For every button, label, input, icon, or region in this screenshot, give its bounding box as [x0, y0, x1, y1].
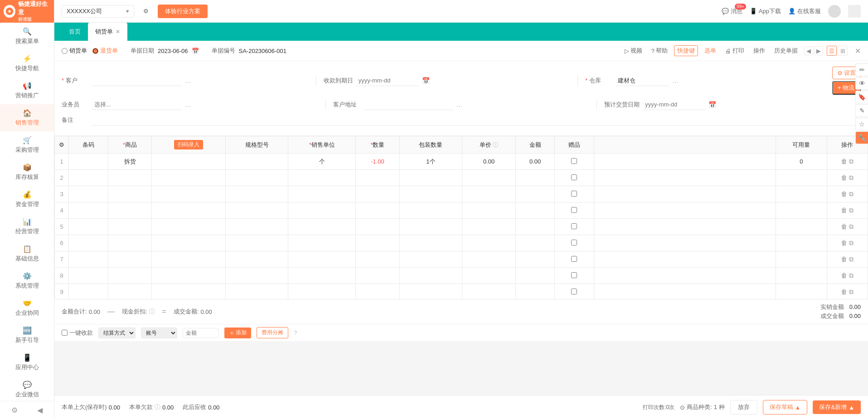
customer-dots-icon[interactable]: ...: [185, 77, 191, 85]
due-date-input[interactable]: [356, 75, 419, 86]
row-3-copy-icon[interactable]: ⧉: [849, 190, 853, 198]
sidebar-item-system[interactable]: ⚙️ 系统管理: [0, 267, 54, 294]
payment-method-select[interactable]: 结算方式: [98, 327, 136, 338]
sidebar-item-purchase[interactable]: 🛒 采购管理: [0, 131, 54, 159]
row-1-unit-price[interactable]: 0.00: [462, 154, 516, 170]
due-date-calendar-icon[interactable]: 📅: [422, 77, 430, 84]
print-btn[interactable]: 🖨 打印: [723, 46, 747, 56]
amount-input[interactable]: [183, 328, 219, 338]
row-1-gift-checkbox[interactable]: [571, 158, 577, 164]
form-close-btn[interactable]: ✕: [855, 47, 861, 55]
history-btn[interactable]: 历史单据: [771, 46, 800, 56]
row-5-delete-icon[interactable]: 🗑: [841, 223, 847, 231]
row-1-product[interactable]: 拆货: [108, 154, 152, 170]
expected-delivery-calendar-icon[interactable]: 📅: [708, 101, 716, 108]
salesperson-input[interactable]: [92, 99, 182, 110]
row-1-pack-qty[interactable]: 1个: [399, 154, 462, 170]
row-1-spec[interactable]: [225, 154, 288, 170]
row-9-delete-icon[interactable]: 🗑: [841, 288, 847, 296]
sidebar-item-basic-info[interactable]: 📋 基础信息: [0, 240, 54, 267]
radio-return-order[interactable]: 退货单: [92, 47, 118, 55]
nav-prev-btn[interactable]: ◀: [804, 46, 813, 55]
tab-home[interactable]: 首页: [62, 23, 88, 41]
row-1-copy-icon[interactable]: ⧉: [849, 158, 853, 165]
help-btn[interactable]: ? 帮助: [649, 46, 670, 56]
row-1-delete-icon[interactable]: 🗑: [841, 158, 847, 165]
radio-sales-order[interactable]: 销货单: [62, 47, 87, 55]
nav-next-btn[interactable]: ▶: [814, 46, 823, 55]
remark-input[interactable]: [92, 115, 861, 125]
row-5-gift-checkbox[interactable]: [571, 223, 577, 229]
sidebar-item-inventory[interactable]: 📦 库存核算: [0, 159, 54, 186]
radio-sales-order-input[interactable]: [62, 48, 68, 54]
online-service-button[interactable]: 👤 在线客服: [788, 7, 821, 15]
save-new-button[interactable]: 保存&新增 ▲: [813, 400, 861, 414]
row-6-gift-checkbox[interactable]: [571, 240, 577, 246]
row-9-copy-icon[interactable]: ⧉: [849, 288, 853, 296]
total-owed-info-icon[interactable]: ⓘ: [155, 403, 160, 411]
sidebar-item-search[interactable]: 🔍 搜索菜单: [0, 23, 54, 50]
expense-split-btn[interactable]: 费用分摊: [257, 327, 288, 338]
abandon-button[interactable]: 放弃: [730, 400, 757, 414]
side-action-orange[interactable]: 🔧: [855, 131, 868, 144]
sidebar-item-finance[interactable]: 💰 资金管理: [0, 186, 54, 213]
row-1-barcode[interactable]: [69, 154, 108, 170]
row-8-copy-icon[interactable]: ⧉: [849, 272, 853, 279]
row-4-copy-icon[interactable]: ⧉: [849, 207, 853, 214]
side-action-pencil2[interactable]: ✎: [855, 104, 868, 117]
sidebar-settings-btn[interactable]: ⚙: [11, 406, 18, 414]
row-1-quantity[interactable]: -1.00: [356, 154, 400, 170]
row-6-copy-icon[interactable]: ⧉: [849, 239, 853, 247]
row-4-delete-icon[interactable]: 🗑: [841, 207, 847, 214]
sidebar-item-guide[interactable]: 🆕 新手引导: [0, 322, 54, 349]
row-3-gift-checkbox[interactable]: [571, 191, 577, 197]
sidebar-item-operations[interactable]: 📊 经营管理: [0, 213, 54, 240]
expected-delivery-input[interactable]: [642, 99, 706, 110]
sidebar-item-marketing[interactable]: 📢 营销推广: [0, 77, 54, 104]
discount-info-icon[interactable]: ⓘ: [149, 308, 155, 316]
message-button[interactable]: 💬 消息 99+: [722, 7, 742, 15]
row-7-gift-checkbox[interactable]: [571, 256, 577, 262]
side-action-eye[interactable]: 👁: [855, 77, 868, 90]
user-menu-icon[interactable]: [848, 5, 861, 18]
salesperson-dots-icon[interactable]: ...: [185, 101, 191, 109]
experience-button[interactable]: 体验行业方案: [158, 5, 208, 18]
side-action-bookmark[interactable]: 🔖: [855, 91, 868, 103]
video-btn[interactable]: ▷ 视频: [622, 46, 645, 56]
warehouse-input[interactable]: [615, 75, 669, 86]
customer-address-dots-icon[interactable]: ...: [456, 101, 462, 109]
view-grid-btn[interactable]: ⊞: [838, 46, 848, 56]
row-5-copy-icon[interactable]: ⧉: [849, 223, 853, 231]
one-click-payment-checkbox[interactable]: [62, 330, 68, 336]
account-select[interactable]: 账号: [141, 327, 177, 338]
row-2-copy-icon[interactable]: ⧉: [849, 174, 853, 182]
customer-input[interactable]: [92, 75, 182, 86]
sidebar-item-sales[interactable]: 🏠 销售管理: [0, 104, 54, 131]
sidebar-item-wechat[interactable]: 💬 企业微信: [0, 376, 54, 401]
row-3-delete-icon[interactable]: 🗑: [841, 190, 847, 198]
operate-btn[interactable]: 操作: [751, 46, 768, 56]
row-2-gift-checkbox[interactable]: [571, 174, 577, 180]
row-6-delete-icon[interactable]: 🗑: [841, 239, 847, 247]
warehouse-dots-icon[interactable]: ...: [672, 77, 678, 85]
radio-return-order-input[interactable]: [92, 48, 98, 54]
add-payment-btn[interactable]: ＋ + 添加 添加: [224, 327, 251, 338]
row-9-gift-checkbox[interactable]: [571, 289, 577, 294]
save-draft-button[interactable]: 保存草稿 ▲: [763, 400, 808, 414]
sidebar-collapse-btn[interactable]: ◀: [37, 406, 43, 414]
row-7-delete-icon[interactable]: 🗑: [841, 255, 847, 263]
company-selector[interactable]: XXXXXX公司 ▾: [62, 5, 134, 18]
sidebar-item-quick-nav[interactable]: ⚡ 快捷导航: [0, 50, 54, 77]
select-btn[interactable]: 选单: [702, 46, 719, 56]
view-list-btn[interactable]: ☰: [827, 46, 837, 56]
user-avatar[interactable]: [828, 5, 841, 18]
sidebar-item-enterprise[interactable]: 🤝 企业协同: [0, 294, 54, 322]
gear-button[interactable]: ⚙: [140, 5, 152, 18]
side-action-edit[interactable]: ✏: [855, 63, 868, 76]
customer-address-input[interactable]: [363, 99, 454, 110]
scan-btn[interactable]: 扫码录入: [174, 140, 203, 149]
col-settings[interactable]: ⚙: [55, 136, 69, 154]
row-8-gift-checkbox[interactable]: [571, 272, 577, 278]
expense-help-icon[interactable]: ?: [294, 329, 297, 336]
row-1-amount[interactable]: 0.00: [515, 154, 554, 170]
